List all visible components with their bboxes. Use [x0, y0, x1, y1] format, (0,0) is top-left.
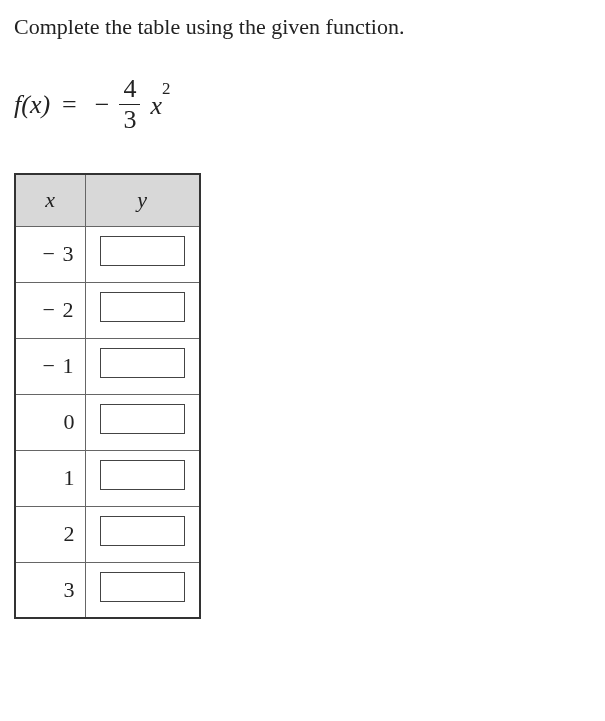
table-row: 3 — [15, 562, 200, 618]
answer-input[interactable] — [100, 460, 185, 490]
table-row: − 3 — [15, 226, 200, 282]
x-cell-text: 1 — [64, 465, 75, 490]
y-value-cell — [85, 450, 200, 506]
denominator: 3 — [119, 105, 140, 133]
negative-sign: − — [95, 90, 110, 120]
x-cell-text: − 1 — [43, 353, 75, 378]
x-value: − 2 — [15, 282, 85, 338]
fraction: 4 3 — [119, 76, 140, 133]
equals-sign: = — [62, 90, 77, 120]
answer-input[interactable] — [100, 236, 185, 266]
x-cell-text: 2 — [64, 521, 75, 546]
x-cell-text: − 3 — [43, 241, 75, 266]
answer-input[interactable] — [100, 348, 185, 378]
exponent: 2 — [162, 79, 170, 98]
table-header-row: x y — [15, 174, 200, 226]
answer-input[interactable] — [100, 292, 185, 322]
x-value: 1 — [15, 450, 85, 506]
y-value-cell — [85, 282, 200, 338]
y-value-cell — [85, 338, 200, 394]
answer-input[interactable] — [100, 572, 185, 602]
instruction-text: Complete the table using the given funct… — [14, 14, 591, 40]
header-x: x — [15, 174, 85, 226]
x-value: 0 — [15, 394, 85, 450]
y-value-cell — [85, 506, 200, 562]
function-table: x y − 3 − 2 − 1 0 1 2 3 — [14, 173, 201, 619]
x-value: − 1 — [15, 338, 85, 394]
y-value-cell — [85, 226, 200, 282]
table-row: 0 — [15, 394, 200, 450]
x-value: − 3 — [15, 226, 85, 282]
x-value: 3 — [15, 562, 85, 618]
answer-input[interactable] — [100, 516, 185, 546]
table-row: − 2 — [15, 282, 200, 338]
numerator: 4 — [119, 76, 140, 105]
table-row: 2 — [15, 506, 200, 562]
header-y: y — [85, 174, 200, 226]
x-value: 2 — [15, 506, 85, 562]
y-value-cell — [85, 562, 200, 618]
x-squared: x2 — [150, 89, 170, 121]
table-row: 1 — [15, 450, 200, 506]
y-value-cell — [85, 394, 200, 450]
answer-input[interactable] — [100, 404, 185, 434]
table-row: − 1 — [15, 338, 200, 394]
variable-x: x — [150, 90, 162, 119]
x-cell-text: 3 — [64, 577, 75, 602]
function-equation: f(x) = − 4 3 x2 — [14, 76, 591, 133]
x-cell-text: 0 — [64, 409, 75, 434]
x-cell-text: − 2 — [43, 297, 75, 322]
function-lhs: f(x) — [14, 90, 50, 120]
